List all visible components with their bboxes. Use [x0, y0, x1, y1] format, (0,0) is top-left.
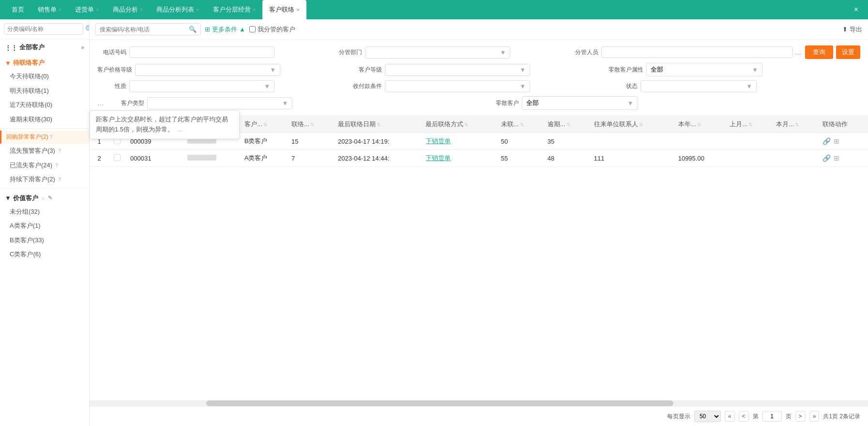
sidebar-item-already-lost[interactable]: 已流失客户(24) ?: [0, 158, 89, 173]
export-button[interactable]: ⬆ 导出: [842, 25, 862, 34]
sidebar-item-repurchase[interactable]: 回购异常客户(2) ?: [0, 131, 89, 144]
nav-home-label: 首页: [12, 5, 24, 14]
sidebar-item-7days[interactable]: 近7天待联络(0): [0, 98, 89, 112]
main-search-input[interactable]: [100, 26, 187, 33]
row2-link-icon[interactable]: 🔗: [822, 154, 831, 162]
lost-warning-help-icon[interactable]: ?: [58, 148, 61, 154]
sidebar-item-keep-declining[interactable]: 持续下滑客户(2) ?: [0, 172, 89, 187]
price-level-select[interactable]: ▼: [135, 64, 280, 76]
customer-level-arrow: ▼: [519, 66, 526, 73]
sidebar-item-unGrouped[interactable]: 未分组(32): [0, 205, 89, 219]
repurchase-help-icon[interactable]: ?: [50, 134, 53, 140]
gender-select[interactable]: ▼: [129, 80, 274, 92]
sidebar-item-lost-warning[interactable]: 流失预警客户(3) ?: [0, 144, 89, 158]
nav-customer-contact-close[interactable]: ×: [296, 7, 299, 13]
th-action: 联络动作: [818, 116, 868, 133]
query-button[interactable]: 查询: [805, 45, 833, 59]
sidebar-search-input[interactable]: [4, 23, 83, 35]
nav-product-analysis[interactable]: 商品分析 ×: [106, 0, 150, 19]
more-filter-button[interactable]: ⊞ 更多条件 ▲: [205, 25, 245, 34]
settings-button[interactable]: 设置: [836, 45, 860, 59]
row2-this-month: [771, 150, 818, 167]
sidebar-item-b-class[interactable]: B类客户(33): [0, 233, 89, 248]
close-all-button[interactable]: ×: [849, 5, 863, 14]
manager-input[interactable]: [601, 46, 793, 58]
page-size-select[interactable]: 50 100 200: [694, 411, 721, 422]
sidebar-item-today[interactable]: 今天待联络(0): [0, 69, 89, 84]
dept-select[interactable]: ▼: [365, 46, 510, 59]
customer-type-select[interactable]: ▼: [147, 97, 292, 109]
my-customer-checkbox-area[interactable]: 我分管的客户: [249, 25, 295, 34]
last-month-sort-icon[interactable]: ⇅: [748, 122, 752, 127]
sidebar-item-c-class[interactable]: C类客户(6): [0, 247, 89, 262]
sidebar-pending-contact-group[interactable]: ▼ 待联络客户: [0, 56, 89, 69]
payment-select[interactable]: ▼: [385, 80, 530, 92]
row2-checkbox[interactable]: [109, 150, 125, 167]
nav-sales-close[interactable]: ×: [59, 7, 61, 13]
not-contacted-sort-icon[interactable]: ⇅: [520, 122, 524, 127]
type-sort-icon[interactable]: ⇅: [263, 122, 267, 127]
scrollbar-thumb[interactable]: [206, 400, 673, 406]
price-level-arrow: ▼: [270, 66, 276, 73]
row1-link-icon[interactable]: 🔗: [822, 137, 831, 145]
retail-customer-select[interactable]: 全部 ▼: [522, 96, 638, 110]
nav-purchase[interactable]: 进货单 ×: [68, 0, 106, 19]
sidebar-item-a-class[interactable]: A类客户(1): [0, 219, 89, 233]
first-page-button[interactable]: «: [725, 411, 735, 422]
retail-attr-label: 零散客户属性: [609, 66, 643, 74]
value-customer-edit-icon[interactable]: ✎: [48, 195, 52, 201]
nav-product-list[interactable]: 商品分析列表 ×: [150, 0, 206, 19]
page-input[interactable]: [762, 411, 782, 422]
prev-page-button[interactable]: <: [739, 411, 749, 422]
row1-grid-icon[interactable]: ⊞: [834, 137, 839, 145]
last-page-button[interactable]: »: [809, 411, 820, 422]
value-customer-circle-icon[interactable]: ○: [42, 195, 45, 201]
search-icon-main[interactable]: 🔍: [189, 26, 197, 33]
horizontal-scrollbar[interactable]: [90, 400, 868, 406]
my-customer-checkbox[interactable]: [249, 26, 256, 32]
next-page-button[interactable]: >: [795, 411, 806, 422]
row4-dots[interactable]: ...: [97, 99, 104, 107]
overdue-sort-icon[interactable]: ⇅: [566, 122, 570, 127]
nav-product-analysis-close[interactable]: ×: [140, 7, 143, 13]
tooltip-more[interactable]: ...: [177, 126, 183, 133]
row2-type: A类客户: [240, 150, 287, 167]
sidebar-item-overdue[interactable]: 逾期未联络(30): [0, 112, 89, 127]
filter-bar: 🔍 ⊞ 更多条件 ▲ 我分管的客户 ⬆ 导出: [90, 19, 868, 40]
row2-name: [183, 150, 240, 167]
customer-level-select[interactable]: ▼: [385, 64, 530, 76]
row2-last-method[interactable]: 下销货单: [421, 150, 496, 167]
sidebar-all-customers[interactable]: ⋮⋮ 全部客户 »: [0, 39, 89, 56]
chevron-down-icon-2: ▼: [5, 194, 11, 202]
nav-sales[interactable]: 销售单 ×: [31, 0, 68, 19]
this-month-sort-icon[interactable]: ⇅: [795, 122, 799, 127]
status-select[interactable]: ▼: [640, 80, 757, 92]
unit-sort-icon[interactable]: ⇅: [639, 122, 643, 127]
filter-row-3: 性质 ▼ 收付款条件 ▼ 状态: [97, 78, 860, 94]
phone-input[interactable]: [129, 46, 274, 58]
manager-dots[interactable]: ...: [795, 48, 801, 57]
search-icon[interactable]: 🔍: [85, 25, 90, 33]
th-unit-contact: 往来单位联系人⇅: [589, 116, 673, 133]
contact-sort-icon[interactable]: ⇅: [310, 122, 314, 127]
sidebar-item-tomorrow[interactable]: 明天待联络(1): [0, 84, 89, 98]
sidebar-collapse-icon[interactable]: »: [81, 44, 84, 51]
row2-grid-icon[interactable]: ⊞: [834, 154, 839, 162]
nav-customer-contact[interactable]: 客户联络 ×: [262, 0, 306, 19]
sidebar-value-customer-group[interactable]: ▼ 价值客户 ○ ✎: [0, 191, 89, 205]
nav-customer-tier[interactable]: 客户分层经营 ×: [206, 0, 262, 19]
nav-purchase-close[interactable]: ×: [96, 7, 99, 13]
advanced-filter-panel: 电话号码 分管部门 ▼ 分管人员 ...: [90, 40, 868, 116]
nav-home[interactable]: 首页: [5, 0, 31, 19]
last-method-sort-icon[interactable]: ⇅: [464, 122, 468, 127]
last-date-sort-icon[interactable]: ⇅: [377, 122, 381, 127]
th-last-method: 最后联络方式⇅: [421, 116, 496, 133]
keep-declining-help-icon[interactable]: ?: [58, 177, 61, 182]
nav-product-list-close[interactable]: ×: [196, 7, 199, 13]
nav-customer-tier-close[interactable]: ×: [253, 7, 256, 13]
retail-attr-select[interactable]: 全部 ▼: [646, 63, 762, 76]
sidebar-divider-1: [0, 128, 89, 129]
row1-last-method[interactable]: 下销货单: [421, 133, 496, 150]
this-year-sort-icon[interactable]: ⇅: [697, 122, 701, 127]
already-lost-help-icon[interactable]: ?: [55, 163, 58, 168]
